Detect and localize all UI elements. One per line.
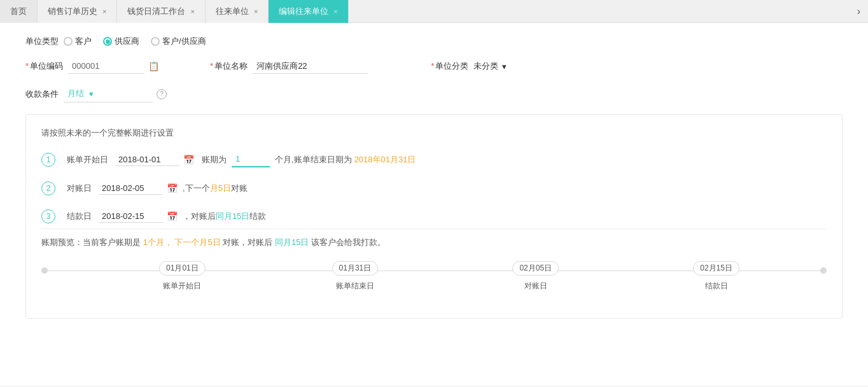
close-icon-cash[interactable]: × (190, 8, 194, 15)
node-label-end: 账单结束日 (336, 281, 374, 292)
close-icon-related[interactable]: × (254, 8, 258, 15)
step-2-suffix: 对账 (231, 183, 248, 194)
step-3-label: 结款日 (67, 211, 92, 222)
timeline: 01月01日 账单开始日 01月31日 账单结束日 02月05日 对账日 (41, 261, 827, 306)
period-section: 请按照未来的一个完整帐期进行设置 1 账单开始日 📅 账期为 个月,账单结束日期… (25, 114, 843, 319)
node-bubble-start: 01月01日 (159, 261, 206, 276)
timeline-node-end: 01月31日 账单结束日 (332, 261, 379, 292)
unit-name-label: 单位名称 (210, 60, 248, 72)
step-1-label: 账单开始日 (67, 154, 108, 165)
step-1-number: 1 (41, 153, 55, 167)
category-dropdown-icon: ▾ (502, 62, 507, 71)
node-bubble-end: 01月31日 (332, 261, 379, 276)
step-1-suffix-after: 个月,账单结束日期为 (275, 154, 352, 165)
tab-home[interactable]: 首页 (0, 0, 38, 23)
unit-code-input[interactable] (68, 59, 144, 74)
tab-cash-work[interactable]: 钱货日清工作台 × (117, 0, 205, 23)
step-1-period-input[interactable] (232, 151, 270, 167)
payment-terms-help-icon[interactable]: ? (157, 89, 167, 99)
preview-suffix: 该客户会给我打款。 (311, 237, 386, 247)
unit-name-group: 单位名称 (210, 59, 367, 74)
radio-supplier[interactable]: 供应商 (103, 36, 139, 47)
preview-part2: 下一个月5日 (174, 237, 220, 247)
unit-code-label: 单位编码 (25, 60, 63, 72)
tab-sales-order-history[interactable]: 销售订单历史 × (38, 0, 117, 23)
payment-terms-row: 收款条件 月结 ▾ ? (25, 85, 843, 102)
step-3-date-input[interactable] (99, 210, 163, 223)
step-2-row: 2 对账日 📅 ,下一个 月5日 对账 (41, 181, 827, 195)
step-2-date-input[interactable] (99, 182, 163, 195)
preview-middle: 对账，对账后 (223, 237, 272, 247)
preview-part1: 1个月， (143, 237, 172, 247)
unit-type-row: 单位类型 客户 供应商 客户/供应商 (25, 36, 843, 47)
step-3-number: 3 (41, 209, 55, 223)
close-icon-sales[interactable]: × (102, 8, 106, 15)
step-2-label: 对账日 (67, 183, 92, 194)
main-content: 单位类型 客户 供应商 客户/供应商 单位编码 📋 单位名称 (0, 23, 868, 386)
step-3-suffix: 结款 (249, 211, 266, 222)
unit-name-input[interactable] (253, 59, 367, 74)
step-1-end-date: 2018年01月31日 (354, 154, 416, 165)
payment-terms-dropdown-icon: ▾ (89, 89, 94, 99)
timeline-start-dot (41, 267, 48, 274)
timeline-node-start: 01月01日 账单开始日 (159, 261, 206, 292)
node-bubble-payment: 02月15日 (693, 261, 739, 276)
node-bubble-check: 02月05日 (512, 261, 559, 276)
step-3-row: 3 结款日 📅 ，对账后 同月15日 结款 (41, 209, 827, 223)
radio-circle-both (151, 37, 160, 46)
step-2-highlight: 月5日 (210, 183, 231, 194)
tab-related-unit[interactable]: 往来单位 × (206, 0, 269, 23)
radio-circle-supplier (103, 37, 112, 46)
unit-category-label: 单位分类 (431, 60, 468, 72)
unit-category-select[interactable]: 未分类 ▾ (473, 60, 507, 72)
step-3-prefix: ，对账后 (183, 211, 216, 222)
step-3-calendar-icon[interactable]: 📅 (167, 211, 178, 222)
tab-edit-related-unit[interactable]: 编辑往来单位 × (269, 0, 348, 23)
unit-type-label: 单位类型 (25, 36, 59, 47)
payment-terms-label: 收款条件 (25, 88, 59, 100)
step-1-row: 1 账单开始日 📅 账期为 个月,账单结束日期为 2018年01月31日 (41, 151, 827, 167)
unit-info-row: 单位编码 📋 单位名称 单位分类 未分类 ▾ (25, 59, 843, 74)
node-label-payment: 结款日 (705, 281, 728, 292)
step-2-calendar-icon[interactable]: 📅 (167, 183, 178, 194)
radio-customer[interactable]: 客户 (64, 36, 92, 47)
preview-part3: 同月15日 (275, 237, 309, 247)
tab-bar: 首页 销售订单历史 × 钱货日清工作台 × 往来单位 × 编辑往来单位 × › (0, 0, 868, 23)
payment-terms-select[interactable]: 月结 ▾ (64, 85, 153, 102)
unit-code-copy-icon[interactable]: 📋 (148, 61, 159, 71)
step-2-number: 2 (41, 181, 55, 195)
timeline-node-check: 02月05日 对账日 (512, 261, 559, 292)
radio-circle-customer (64, 37, 73, 46)
step-1-date-input[interactable] (116, 153, 179, 166)
close-icon-edit[interactable]: × (333, 8, 337, 15)
section-title: 请按照未来的一个完整帐期进行设置 (41, 127, 827, 139)
node-label-check: 对账日 (524, 281, 547, 292)
node-label-start: 账单开始日 (163, 281, 201, 292)
step-2-prefix: ,下一个 (183, 183, 210, 194)
unit-code-group: 单位编码 📋 (25, 59, 159, 74)
unit-category-group: 单位分类 未分类 ▾ (431, 60, 507, 72)
radio-both[interactable]: 客户/供应商 (151, 36, 206, 47)
timeline-node-payment: 02月15日 结款日 (693, 261, 739, 292)
step-1-suffix-before: 账期为 (202, 154, 227, 165)
step-1-calendar-icon[interactable]: 📅 (183, 155, 194, 165)
tab-more-button[interactable]: › (850, 0, 868, 23)
timeline-end-dot (820, 267, 827, 274)
preview-section: 账期预览：当前客户账期是 1个月， 下一个月5日 对账，对账后 同月15日 该客… (41, 229, 827, 261)
unit-type-radio-group: 客户 供应商 客户/供应商 (64, 36, 206, 47)
step-3-highlight: 同月15日 (216, 211, 249, 222)
